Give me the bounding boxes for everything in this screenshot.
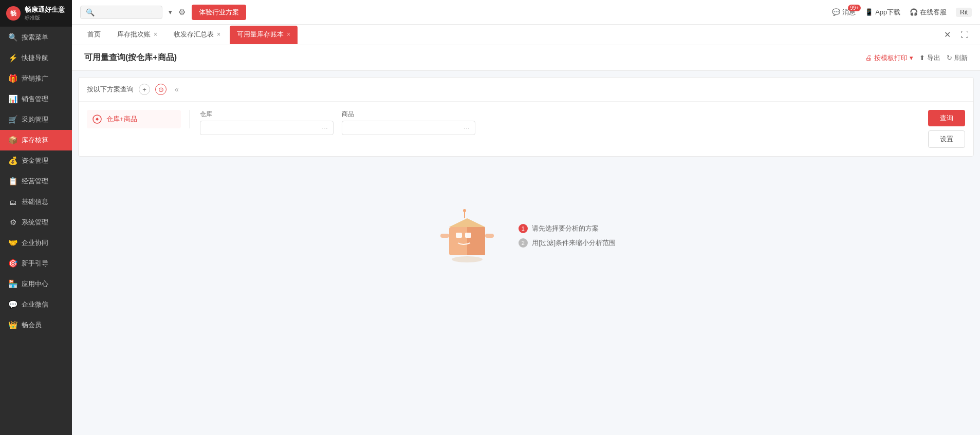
sidebar-item-label: 系统管理	[22, 218, 48, 227]
sidebar-item-label: 企业微信	[22, 300, 48, 309]
tabbar: 首页 库存批次账 × 收发存汇总表 × 可用量库存账本 × ✕ ⛶	[72, 25, 980, 45]
sidebar-item-wechat[interactable]: 💬 企业微信	[0, 294, 72, 315]
msg-count-badge: 99+	[848, 5, 861, 11]
empty-step1: 1 请先选择要分析的方案	[519, 224, 616, 233]
main-content: 🔍 ▾ ⚙ 体验行业方案 💬 消息 99+ 📱 App下载 🎧 在线客服 R	[72, 0, 980, 435]
page-title: 可用量查询(按仓库+商品)	[84, 52, 177, 63]
svg-rect-8	[440, 234, 449, 238]
sidebar-item-label: 销售管理	[22, 94, 48, 104]
topbar-search-input[interactable]	[98, 9, 149, 16]
product-filter-input-wrap[interactable]: ···	[342, 121, 475, 135]
sidebar-item-finance[interactable]: 💰 资金管理	[0, 150, 72, 171]
product-more-btn[interactable]: ···	[464, 124, 470, 132]
sidebar-item-system[interactable]: ⚙ 系统管理	[0, 212, 72, 233]
collapse-panel-btn[interactable]: «	[175, 85, 179, 93]
warehouse-filter-label: 仓库	[200, 110, 334, 119]
tab-close-icon[interactable]: ×	[154, 31, 157, 38]
svg-marker-3	[467, 227, 485, 255]
sidebar-item-basic[interactable]: 🗂 基础信息	[0, 192, 72, 212]
tab-close-icon[interactable]: ×	[217, 31, 220, 38]
svg-point-10	[452, 256, 483, 262]
topbar-right: 💬 消息 99+ 📱 App下载 🎧 在线客服 Rit	[832, 8, 972, 17]
sidebar-item-enterprise[interactable]: 🤝 企业协同	[0, 233, 72, 253]
svg-rect-9	[485, 234, 494, 238]
sidebar-item-label: 基础信息	[22, 197, 48, 206]
sidebar-item-member[interactable]: 👑 畅会员	[0, 315, 72, 335]
system-icon: ⚙	[8, 218, 17, 227]
industry-btn[interactable]: 体验行业方案	[192, 5, 246, 20]
scheme-label: 仓库+商品	[106, 115, 137, 124]
product-filter-group: 商品 ···	[342, 110, 475, 135]
add-scheme-btn[interactable]: +	[139, 84, 150, 95]
tab-label: 可用量库存账本	[237, 30, 284, 39]
scheme-icon	[92, 114, 102, 124]
refresh-btn[interactable]: ↻ 刷新	[947, 53, 968, 63]
product-filter-input[interactable]	[347, 124, 460, 132]
export-icon: ⬆	[919, 54, 925, 62]
sidebar-item-label: 企业协同	[22, 238, 48, 248]
tab-home[interactable]: 首页	[80, 26, 108, 44]
product-filter-label: 商品	[342, 110, 475, 119]
app-download-btn[interactable]: 📱 App下载	[865, 8, 900, 17]
query-btn[interactable]: 查询	[928, 110, 965, 126]
scheme-settings-btn[interactable]: ⊙	[155, 84, 167, 95]
online-service-btn[interactable]: 🎧 在线客服	[910, 8, 947, 17]
svg-rect-5	[465, 233, 471, 238]
sidebar-header: 畅 畅康通好生意 标准版	[0, 0, 72, 27]
inventory-icon: 📦	[8, 136, 17, 145]
headset-icon: 🎧	[910, 8, 918, 16]
tab-expand-btn[interactable]: ⛶	[957, 28, 972, 42]
print-btn[interactable]: 🖨 按模板打印 ▾	[865, 53, 913, 63]
tab-label: 收发存汇总表	[174, 30, 214, 39]
finance-icon: 💰	[8, 156, 17, 165]
sidebar-item-label: 新手引导	[22, 259, 48, 268]
search-menu-icon: 🔍	[8, 33, 17, 42]
warehouse-filter-input[interactable]	[206, 124, 319, 132]
message-btn[interactable]: 💬 消息 99+	[832, 8, 856, 17]
sidebar-item-marketing[interactable]: 🎁 营销推广	[0, 68, 72, 89]
sidebar-item-shortcut[interactable]: ⚡ 快捷导航	[0, 48, 72, 68]
tab-close-all-btn[interactable]: ✕	[940, 28, 954, 42]
user-avatar[interactable]: Rit	[956, 8, 972, 17]
tab-receipt-summary[interactable]: 收发存汇总表 ×	[167, 26, 228, 44]
wechat-icon: 💬	[8, 300, 17, 309]
sidebar-item-label: 经营管理	[22, 177, 48, 186]
mobile-icon: 📱	[865, 8, 873, 16]
appstore-icon: 🏪	[8, 279, 17, 289]
search-icon: 🔍	[86, 8, 95, 16]
gear-icon: ⚙	[178, 8, 186, 16]
export-btn[interactable]: ⬆ 导出	[919, 53, 940, 63]
sidebar-item-label: 采购管理	[22, 115, 48, 124]
topbar-dropdown[interactable]: ▾	[169, 8, 172, 16]
chevron-down-icon: ▾	[169, 8, 172, 16]
sidebar-item-operations[interactable]: 📋 经营管理	[0, 171, 72, 192]
sidebar: 畅 畅康通好生意 标准版 🔍 搜索菜单 ⚡ 快捷导航 🎁 营销推广 📊 销售管理…	[0, 0, 72, 435]
filter-area: 仓库 ··· 商品 ···	[200, 110, 908, 135]
settings-btn[interactable]: 设置	[928, 130, 965, 148]
step1-num: 1	[519, 224, 528, 233]
warehouse-more-btn[interactable]: ···	[322, 124, 328, 132]
tab-close-icon[interactable]: ×	[287, 31, 290, 38]
query-panel-label: 按以下方案查询	[87, 85, 134, 94]
tab-available-qty[interactable]: 可用量库存账本 ×	[230, 26, 298, 44]
sidebar-item-sales[interactable]: 📊 销售管理	[0, 89, 72, 109]
topbar-search-box[interactable]: 🔍	[80, 6, 162, 19]
scheme-warehouse-product[interactable]: 仓库+商品	[87, 110, 181, 128]
warehouse-filter-input-wrap[interactable]: ···	[200, 121, 334, 135]
empty-state: 1 请先选择要分析的方案 2 用[过滤]条件来缩小分析范围	[72, 163, 980, 308]
sidebar-item-inventory[interactable]: 📦 库存核算	[0, 130, 72, 150]
sidebar-item-label: 应用中心	[22, 279, 48, 289]
query-panel: 按以下方案查询 + ⊙ «	[78, 77, 974, 157]
sidebar-item-appstore[interactable]: 🏪 应用中心	[0, 274, 72, 294]
tab-batch-account[interactable]: 库存批次账 ×	[110, 26, 164, 44]
chart-icon: 📊	[8, 94, 17, 104]
enterprise-icon: 🤝	[8, 238, 17, 248]
sidebar-item-purchase[interactable]: 🛒 采购管理	[0, 109, 72, 130]
sidebar-item-newbie[interactable]: 🎯 新手引导	[0, 253, 72, 274]
shortcut-icon: ⚡	[8, 53, 17, 63]
query-body: 仓库+商品 仓库 ··· 商品	[79, 102, 973, 156]
topbar-gear-btn[interactable]: ⚙	[178, 7, 186, 17]
newbie-icon: 🎯	[8, 259, 17, 268]
sidebar-item-search[interactable]: 🔍 搜索菜单	[0, 27, 72, 48]
empty-step2: 2 用[过滤]条件来缩小分析范围	[519, 238, 616, 248]
